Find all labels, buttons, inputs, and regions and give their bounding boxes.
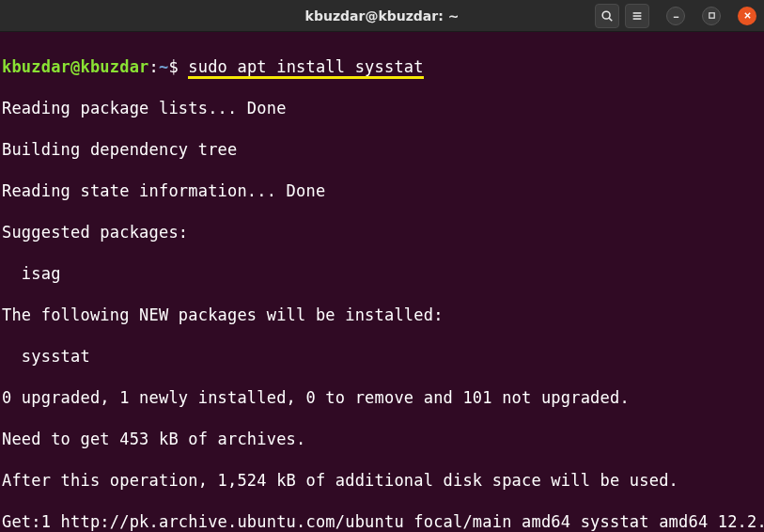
output-line: isag bbox=[2, 263, 762, 284]
maximize-icon bbox=[708, 11, 716, 20]
titlebar: kbuzdar@kbuzdar: ~ bbox=[0, 0, 764, 32]
output-line: sysstat bbox=[2, 346, 762, 367]
svg-line-1 bbox=[609, 18, 612, 21]
prompt-path: ~ bbox=[159, 57, 168, 76]
output-line: Building dependency tree bbox=[2, 139, 762, 160]
window-title: kbuzdar@kbuzdar: ~ bbox=[305, 6, 460, 26]
prompt-host: kbuzdar bbox=[80, 57, 148, 76]
close-button[interactable] bbox=[738, 7, 756, 25]
minimize-button[interactable] bbox=[666, 7, 685, 25]
output-line: Suggested packages: bbox=[2, 222, 762, 243]
search-icon bbox=[600, 9, 614, 23]
minimize-icon bbox=[672, 11, 680, 20]
prompt-colon: : bbox=[149, 57, 159, 76]
menu-button[interactable] bbox=[625, 4, 649, 28]
search-button[interactable] bbox=[595, 4, 619, 28]
prompt-symbol: $ bbox=[168, 57, 188, 76]
svg-rect-6 bbox=[709, 13, 713, 18]
terminal-output-area[interactable]: kbuzdar@kbuzdar:~$ sudo apt install syss… bbox=[0, 32, 764, 532]
prompt-user: kbuzdar bbox=[2, 57, 70, 76]
output-line: The following NEW packages will be insta… bbox=[2, 305, 762, 325]
maximize-button[interactable] bbox=[702, 7, 721, 25]
prompt-line: kbuzdar@kbuzdar:~$ sudo apt install syss… bbox=[2, 56, 762, 77]
output-line: 0 upgraded, 1 newly installed, 0 to remo… bbox=[2, 387, 762, 408]
command-text: sudo apt install sysstat bbox=[188, 57, 423, 79]
output-line: Reading package lists... Done bbox=[2, 98, 762, 118]
prompt-at: @ bbox=[70, 57, 80, 76]
hamburger-icon bbox=[631, 9, 644, 23]
output-line: Reading state information... Done bbox=[2, 180, 762, 201]
close-icon bbox=[743, 11, 752, 20]
titlebar-right-group bbox=[595, 4, 756, 28]
output-line: Need to get 453 kB of archives. bbox=[2, 429, 762, 449]
svg-point-0 bbox=[602, 11, 610, 19]
output-line: Get:1 http://pk.archive.ubuntu.com/ubunt… bbox=[2, 511, 762, 532]
output-line: After this operation, 1,524 kB of additi… bbox=[2, 470, 762, 491]
